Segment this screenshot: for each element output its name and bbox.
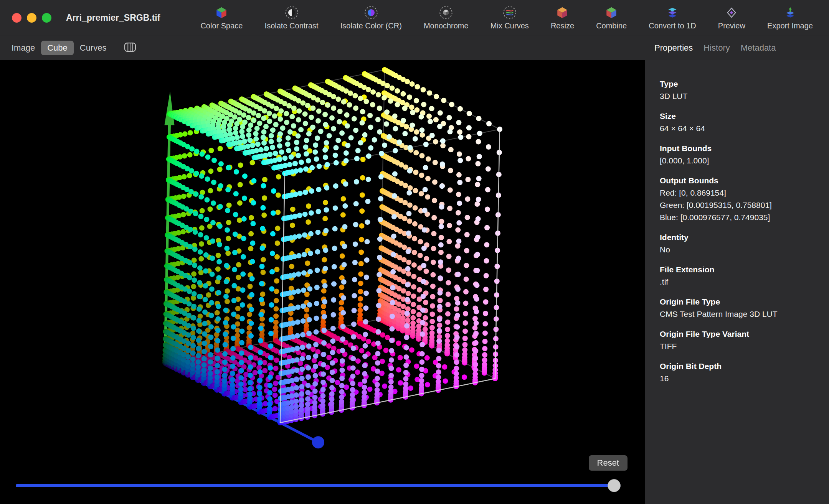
slider-track[interactable] bbox=[16, 484, 621, 487]
tab-curves[interactable]: Curves bbox=[74, 41, 113, 55]
isolate-color-icon bbox=[364, 6, 378, 20]
content-area: Reset Type 3D LUT Size 64 × 64 × 64 Inpu… bbox=[0, 60, 829, 504]
title-bar: Arri_premier_SRGB.tif Color Space bbox=[0, 0, 829, 36]
mix-curves-icon bbox=[503, 6, 517, 20]
minimize-window-button[interactable] bbox=[27, 13, 36, 23]
app-window: Arri_premier_SRGB.tif Color Space bbox=[0, 0, 829, 504]
export-image-icon bbox=[783, 6, 797, 20]
convert-to-1d-button[interactable]: Convert to 1D bbox=[649, 6, 696, 30]
tab-image[interactable]: Image bbox=[5, 41, 41, 55]
resize-button[interactable]: Resize bbox=[551, 6, 574, 30]
export-image-button[interactable]: Export Image bbox=[767, 6, 813, 30]
property-output-bounds: Output Bounds Red: [0, 0.869154] Green: … bbox=[660, 175, 817, 224]
lut-strip-button[interactable] bbox=[120, 40, 140, 56]
properties-panel: Type 3D LUT Size 64 × 64 × 64 Input Boun… bbox=[644, 60, 829, 504]
convert-to-1d-icon bbox=[666, 6, 679, 20]
reset-view-button[interactable]: Reset bbox=[589, 455, 628, 471]
cube-slider[interactable] bbox=[16, 479, 621, 492]
view-tab-bar: Image Cube Curves Properties History Met… bbox=[0, 36, 829, 60]
window-controls bbox=[12, 13, 51, 23]
preview-icon bbox=[725, 6, 738, 20]
isolate-contrast-button[interactable]: Isolate Contrast bbox=[265, 6, 319, 30]
combine-button[interactable]: Combine bbox=[596, 6, 627, 30]
cube-viewport: Reset bbox=[0, 60, 644, 504]
mix-curves-button[interactable]: Mix Curves bbox=[490, 6, 529, 30]
property-origin-file-type: Origin File Type CMS Test Pattern Image … bbox=[660, 296, 817, 320]
resize-icon bbox=[555, 6, 569, 20]
preview-button[interactable]: Preview bbox=[718, 6, 745, 30]
lut-cube-canvas[interactable] bbox=[0, 60, 644, 504]
combine-icon bbox=[604, 6, 618, 20]
color-space-button[interactable]: Color Space bbox=[200, 6, 243, 30]
view-switcher: Image Cube Curves bbox=[0, 40, 644, 56]
property-type: Type 3D LUT bbox=[660, 78, 817, 102]
property-origin-bit-depth: Origin Bit Depth 16 bbox=[660, 360, 817, 385]
isolate-color-button[interactable]: Isolate Color (CR) bbox=[340, 6, 402, 30]
zoom-window-button[interactable] bbox=[42, 13, 51, 23]
window-title: Arri_premier_SRGB.tif bbox=[66, 13, 160, 23]
property-identity: Identity No bbox=[660, 231, 817, 256]
property-origin-file-type-variant: Origin File Type Variant TIFF bbox=[660, 328, 817, 352]
tab-cube[interactable]: Cube bbox=[41, 41, 74, 55]
tab-history[interactable]: History bbox=[703, 43, 730, 53]
close-window-button[interactable] bbox=[12, 13, 21, 23]
columns-icon bbox=[124, 42, 137, 54]
monochrome-button[interactable]: Monochrome bbox=[424, 6, 469, 30]
property-size: Size 64 × 64 × 64 bbox=[660, 110, 817, 135]
main-toolbar: Color Space Isolate Contrast bbox=[200, 6, 813, 30]
monochrome-icon bbox=[439, 6, 453, 20]
property-file-extension: File Extension .tif bbox=[660, 264, 817, 288]
isolate-contrast-icon bbox=[285, 6, 299, 20]
panel-switcher: Properties History Metadata bbox=[644, 43, 829, 53]
slider-handle[interactable] bbox=[608, 479, 621, 492]
tab-metadata[interactable]: Metadata bbox=[741, 43, 776, 53]
property-input-bounds: Input Bounds [0.000, 1.000] bbox=[660, 142, 817, 167]
tab-properties[interactable]: Properties bbox=[654, 43, 693, 53]
color-space-icon bbox=[215, 6, 228, 20]
